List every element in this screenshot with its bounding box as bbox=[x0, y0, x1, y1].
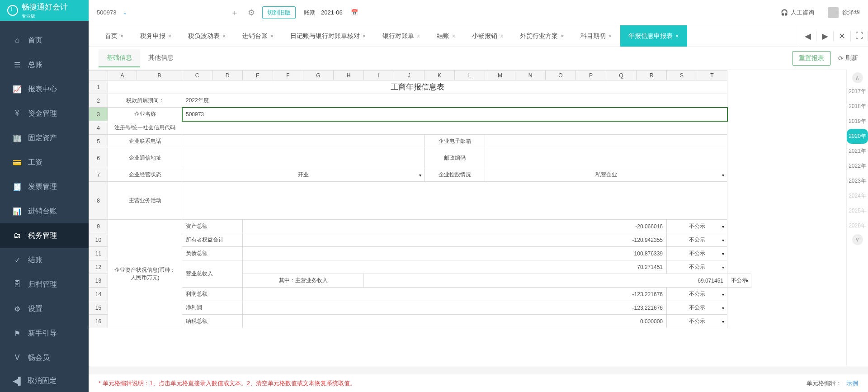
fin-pub-11[interactable]: 不公示 bbox=[667, 247, 727, 260]
tabs-prev-button[interactable]: ◀ bbox=[799, 31, 816, 41]
row-header-9[interactable]: 9 bbox=[89, 220, 108, 233]
col-header-N[interactable]: N bbox=[515, 71, 546, 80]
fin-pub-14[interactable]: 不公示 bbox=[667, 288, 727, 301]
row-header-2[interactable]: 2 bbox=[89, 94, 108, 108]
fin-val-12[interactable]: 70.271451 bbox=[243, 260, 667, 274]
year-up-button[interactable]: ∧ bbox=[852, 72, 863, 83]
year-2018年[interactable]: 2018年 bbox=[847, 99, 868, 114]
col-header-S[interactable]: S bbox=[667, 71, 697, 80]
close-icon[interactable]: × bbox=[500, 33, 503, 39]
row-val1-6[interactable] bbox=[182, 148, 425, 168]
close-icon[interactable]: × bbox=[120, 33, 123, 39]
gear-icon[interactable]: ⚙ bbox=[246, 6, 257, 19]
fullscreen-icon[interactable]: ⛶ bbox=[851, 31, 868, 41]
year-2020年[interactable]: 2020年 bbox=[847, 129, 868, 144]
sidebar-item-11[interactable]: ⚙设置 bbox=[0, 297, 89, 321]
col-header-Q[interactable]: Q bbox=[606, 71, 637, 80]
col-header-T[interactable]: T bbox=[697, 71, 727, 80]
row-val2-5[interactable] bbox=[485, 135, 727, 148]
col-header-H[interactable]: H bbox=[334, 71, 364, 80]
col-header-A[interactable]: A bbox=[108, 71, 137, 80]
row-header-14[interactable]: 14 bbox=[89, 288, 108, 301]
close-icon[interactable]: × bbox=[168, 33, 171, 39]
calendar-icon[interactable]: 📅 bbox=[351, 9, 358, 16]
unpin-button[interactable]: ◀▌ 取消固定 bbox=[0, 370, 89, 392]
tab-6[interactable]: 结账× bbox=[429, 25, 464, 47]
col-header-G[interactable]: G bbox=[303, 71, 334, 80]
col-header-L[interactable]: L bbox=[455, 71, 485, 80]
col-header-C[interactable]: C bbox=[182, 71, 212, 80]
footer-example-link[interactable]: 示例 bbox=[846, 380, 858, 387]
fin-pub-15[interactable]: 不公示 bbox=[667, 301, 727, 315]
fin-val-15[interactable]: -123.221676 bbox=[243, 301, 667, 315]
fin-pub-10[interactable]: 不公示 bbox=[667, 233, 727, 247]
col-header-B[interactable]: B bbox=[137, 71, 182, 80]
tab-1[interactable]: 税务申报× bbox=[132, 25, 180, 47]
row-val1-5[interactable] bbox=[182, 135, 425, 148]
close-icon[interactable]: × bbox=[363, 33, 366, 39]
year-2021年[interactable]: 2021年 bbox=[847, 144, 868, 159]
col-header-E[interactable]: E bbox=[243, 71, 273, 80]
period-val[interactable]: 2022年度 bbox=[182, 94, 727, 108]
tabs-close-all-button[interactable]: ✕ bbox=[834, 31, 851, 41]
add-icon[interactable]: ＋ bbox=[229, 5, 241, 20]
col-header-J[interactable]: J bbox=[394, 71, 425, 80]
sidebar-item-3[interactable]: ¥资金管理 bbox=[0, 101, 89, 126]
fin-val-9[interactable]: -20.066016 bbox=[243, 220, 667, 233]
row-val-8[interactable] bbox=[182, 182, 727, 220]
row-val-4[interactable] bbox=[182, 121, 727, 135]
tabs-next-button[interactable]: ▶ bbox=[816, 31, 834, 41]
row-header-11[interactable]: 11 bbox=[89, 247, 108, 260]
row-header-10[interactable]: 10 bbox=[89, 233, 108, 247]
year-2019年[interactable]: 2019年 bbox=[847, 114, 868, 129]
close-icon[interactable]: × bbox=[417, 33, 420, 39]
fin-val-13[interactable]: 69.071451 bbox=[364, 274, 727, 288]
tab-2[interactable]: 税负波动表× bbox=[180, 25, 234, 47]
tab-7[interactable]: 小畅报销× bbox=[464, 25, 512, 47]
sidebar-item-4[interactable]: 🏢固定资产 bbox=[0, 126, 89, 150]
year-2017年[interactable]: 2017年 bbox=[847, 84, 868, 99]
col-header-I[interactable]: I bbox=[364, 71, 394, 80]
support-button[interactable]: 🎧 人工咨询 bbox=[781, 9, 814, 17]
sidebar-item-1[interactable]: ☰总账 bbox=[0, 52, 89, 77]
sidebar-item-6[interactable]: 🧾发票管理 bbox=[0, 175, 89, 199]
refresh-button[interactable]: ⟳ 刷新 bbox=[838, 54, 858, 62]
col-header-F[interactable]: F bbox=[273, 71, 303, 80]
row-val1-7[interactable]: 开业 bbox=[182, 168, 425, 182]
col-header-P[interactable]: P bbox=[576, 71, 606, 80]
sidebar-item-8[interactable]: 🗂税务管理 bbox=[0, 223, 89, 248]
user-menu[interactable]: 徐泽华 bbox=[828, 7, 860, 18]
row-header-7[interactable]: 7 bbox=[89, 168, 108, 182]
row-header-8[interactable]: 8 bbox=[89, 182, 108, 220]
fin-val-14[interactable]: -123.221676 bbox=[243, 288, 667, 301]
row-val2-6[interactable] bbox=[485, 148, 727, 168]
sidebar-item-0[interactable]: ⌂首页 bbox=[0, 28, 89, 52]
fin-pub-16[interactable]: 不公示 bbox=[667, 315, 727, 328]
close-icon[interactable]: × bbox=[222, 33, 226, 39]
fin-val-10[interactable]: -120.942355 bbox=[243, 233, 667, 247]
col-header-M[interactable]: M bbox=[485, 71, 515, 80]
row-header-15[interactable]: 15 bbox=[89, 301, 108, 315]
col-header-O[interactable]: O bbox=[546, 71, 576, 80]
row-header-13[interactable]: 13 bbox=[89, 274, 108, 288]
old-version-button[interactable]: 切到旧版 bbox=[262, 6, 296, 19]
spreadsheet[interactable]: ABCDEFGHIJKLMNOPQRST1工商年报信息表2税款所属期间：2022… bbox=[89, 70, 846, 366]
tab-10[interactable]: 年报信息申报表× bbox=[620, 25, 687, 47]
close-icon[interactable]: × bbox=[609, 33, 612, 39]
tab-8[interactable]: 外贸行业方案× bbox=[512, 25, 572, 47]
col-header-K[interactable]: K bbox=[425, 71, 455, 80]
sidebar-item-5[interactable]: 💳工资 bbox=[0, 150, 89, 175]
col-header-D[interactable]: D bbox=[212, 71, 243, 80]
sheet-corner[interactable] bbox=[89, 71, 108, 80]
tab-9[interactable]: 科目期初× bbox=[572, 25, 620, 47]
col-header-R[interactable]: R bbox=[637, 71, 667, 80]
sidebar-item-7[interactable]: 📊进销台账 bbox=[0, 199, 89, 223]
rebuild-report-button[interactable]: 重置报表 bbox=[792, 51, 831, 66]
tab-3[interactable]: 进销台账× bbox=[234, 25, 282, 47]
tab-5[interactable]: 银行对账单× bbox=[374, 25, 429, 47]
fin-val-11[interactable]: 100.876339 bbox=[243, 247, 667, 260]
fin-pub-12[interactable]: 不公示 bbox=[667, 260, 727, 274]
subtab-0[interactable]: 基础信息 bbox=[99, 49, 140, 67]
close-icon[interactable]: × bbox=[675, 33, 679, 39]
row-header-16[interactable]: 16 bbox=[89, 315, 108, 328]
